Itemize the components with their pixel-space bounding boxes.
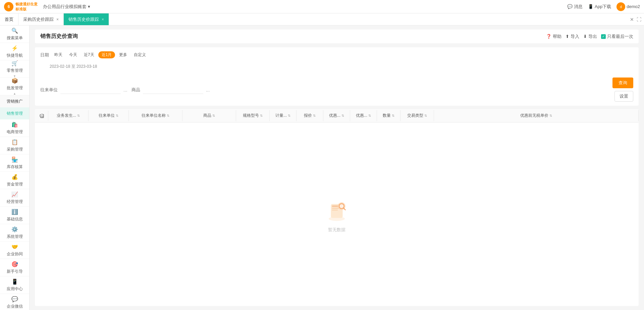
date-btn-custom[interactable]: 自定义 — [131, 51, 149, 58]
sidebar-item-inventory[interactable]: 🏪 库存核算 — [0, 154, 29, 172]
sidebar: 🔍 搜索菜单 ⚡ 快捷导航 🛒 零售管理 ▾ 📦 批发管理 ▴ 营销推广 销售管… — [0, 25, 30, 310]
sidebar-label-enterprise-collab: 企业协同 — [7, 251, 23, 257]
only-last-checkbox[interactable]: ✓ — [601, 34, 606, 39]
sidebar-label-retail: 零售管理 — [7, 68, 23, 73]
only-last-label: 只看最后一次 — [607, 34, 633, 40]
empty-text: 暂无数据 — [328, 227, 345, 233]
product-input[interactable] — [143, 86, 203, 94]
avatar: d — [616, 2, 625, 11]
tab-close-sales[interactable]: × — [102, 17, 104, 22]
sidebar-label-operations: 经营管理 — [7, 199, 23, 205]
date-btn-yesterday[interactable]: 昨天 — [52, 51, 65, 58]
empty-illustration — [323, 196, 350, 223]
date-btn-1month[interactable]: 近1月 — [98, 51, 115, 58]
app-center-icon: 📱 — [11, 278, 18, 285]
table-container: 业务发生... ⇅ 往来单位 ⇅ 往来单位名称 ⇅ 商品 ⇅ — [35, 109, 639, 306]
th-product[interactable]: 商品 ⇅ — [182, 110, 236, 121]
app-selector[interactable]: 办公用品行业模拟账套 ▾ — [40, 2, 93, 11]
partner-filter-group: 往来单位 ... — [40, 86, 127, 94]
sidebar-item-operations[interactable]: 📈 经营管理 — [0, 189, 29, 207]
sidebar-item-system[interactable]: ⚙️ 系统管理 — [0, 224, 29, 242]
sidebar-item-guide[interactable]: 🎯 新手引导 — [0, 259, 29, 276]
sidebar-item-search[interactable]: 🔍 搜索菜单 — [0, 25, 29, 43]
import-button[interactable]: ⬆ 导入 — [566, 34, 579, 40]
date-btn-more[interactable]: 更多 — [116, 51, 130, 58]
query-button[interactable]: 查询 — [612, 78, 633, 88]
settings-gear-icon — [39, 113, 44, 118]
user-avatar-area[interactable]: d demo2 — [616, 2, 640, 11]
ecommerce-icon: 🛍️ — [11, 121, 18, 128]
sidebar-item-ecommerce[interactable]: 🛍️ 电商管理 — [0, 119, 29, 137]
tab-purchase-history[interactable]: 采购历史价跟踪 × — [18, 13, 64, 25]
wholesale-icon: 📦 — [11, 78, 18, 84]
th-discount1[interactable]: 优惠... ⇅ — [323, 110, 350, 121]
sort-icon-date: ⇅ — [77, 114, 80, 117]
sidebar-item-retail[interactable]: 🛒 零售管理 ▾ — [0, 60, 29, 78]
partner-dots[interactable]: ... — [123, 87, 127, 93]
th-price-label: 报价 — [304, 113, 312, 118]
sales-history-tab-label: 销售历史价跟踪 — [68, 16, 99, 22]
tab-close-purchase[interactable]: × — [56, 17, 59, 22]
th-partner-id[interactable]: 往来单位 ⇅ — [89, 110, 129, 121]
th-date[interactable]: 业务发生... ⇅ — [48, 110, 89, 121]
th-spec[interactable]: 规格型号 ⇅ — [236, 110, 270, 121]
sidebar-item-app-center[interactable]: 📱 应用中心 — [0, 276, 29, 294]
sidebar-label-enterprise-wechat: 企业微信 — [7, 304, 23, 309]
sort-icon-notax-price: ⇅ — [549, 114, 552, 117]
sidebar-item-shortcut[interactable]: ⚡ 快捷导航 — [0, 43, 29, 60]
tab-home[interactable]: 首页 — [0, 13, 18, 25]
th-price[interactable]: 报价 ⇅ — [297, 110, 323, 121]
th-qty[interactable]: 数量 ⇅ — [377, 110, 400, 121]
import-icon: ⬆ — [566, 34, 569, 39]
th-notax-price[interactable]: 优惠前无税单价 ⇅ — [434, 110, 639, 121]
sort-icon-discount1: ⇅ — [341, 114, 344, 117]
sidebar-item-wholesale[interactable]: 📦 批发管理 ▴ — [0, 78, 29, 95]
partner-input[interactable] — [60, 86, 121, 94]
sidebar-item-purchase[interactable]: 📋 采购管理 — [0, 137, 29, 154]
sidebar-item-sales-mgmt[interactable]: 销售管理 — [0, 107, 29, 119]
sidebar-item-basic-info[interactable]: ℹ️ 基础信息 — [0, 207, 29, 224]
th-unit[interactable]: 计量... ⇅ — [270, 110, 297, 121]
date-btn-7days[interactable]: 近7天 — [81, 51, 97, 58]
maximize-button[interactable]: ⛶ — [637, 17, 641, 22]
sidebar-item-marketing[interactable]: 营销推广 — [0, 95, 29, 107]
th-settings[interactable] — [35, 111, 48, 121]
product-filter-group: 商品 ... — [131, 86, 210, 94]
empty-state: 暂无数据 — [35, 122, 639, 306]
sidebar-item-enterprise-collab[interactable]: 🤝 企业协同 — [0, 242, 29, 259]
retail-icon: 🛒 — [11, 60, 18, 66]
th-trade-type[interactable]: 交易类型 ⇅ — [400, 110, 434, 121]
date-btn-today[interactable]: 今天 — [66, 51, 80, 58]
sidebar-label-guide: 新手引导 — [7, 269, 23, 274]
export-icon: ⬇ — [583, 34, 587, 39]
product-dots[interactable]: ... — [206, 87, 210, 93]
shortcut-icon: ⚡ — [11, 45, 18, 51]
th-discount1-label: 优惠... — [329, 113, 340, 118]
only-last-checkbox-group[interactable]: ✓ 只看最后一次 — [601, 34, 633, 40]
th-spec-label: 规格型号 — [243, 113, 259, 118]
th-date-label: 业务发生... — [57, 113, 76, 118]
inventory-icon: 🏪 — [11, 156, 18, 163]
th-partner-name[interactable]: 往来单位名称 ⇅ — [129, 110, 182, 121]
message-button[interactable]: 💬 消息 — [567, 4, 583, 10]
sidebar-label-sales-mgmt: 销售管理 — [7, 111, 23, 116]
download-icon: 📱 — [588, 4, 593, 9]
logo-icon: 6 — [4, 2, 13, 11]
export-button[interactable]: ⬇ 导出 — [583, 34, 597, 40]
tab-sales-history[interactable]: 销售历史价跟踪 × — [64, 13, 109, 25]
app-download-button[interactable]: 📱 App下载 — [588, 4, 611, 10]
sidebar-label-shortcut: 快捷导航 — [7, 53, 23, 58]
th-partner-name-label: 往来单位名称 — [142, 113, 166, 118]
sidebar-item-finance[interactable]: 💰 资金管理 — [0, 172, 29, 189]
date-range-display: 2023-02-18 至 2023-03-18 — [50, 64, 97, 69]
close-all-tabs-button[interactable]: ✕ — [630, 17, 634, 22]
help-button[interactable]: ❓ 帮助 — [546, 34, 561, 40]
system-icon: ⚙️ — [11, 226, 18, 232]
product-label: 商品 — [131, 87, 140, 93]
settings-button[interactable]: 设置 — [614, 91, 633, 102]
sidebar-item-enterprise-wechat[interactable]: 💬 企业微信 — [0, 294, 29, 310]
page-content: 销售历史价查询 ❓ 帮助 ⬆ 导入 ⬇ 导出 ✓ — [30, 25, 644, 310]
sort-icon-discount2: ⇅ — [368, 114, 371, 117]
th-discount2[interactable]: 优惠... ⇅ — [350, 110, 377, 121]
th-trade-type-label: 交易类型 — [407, 113, 423, 118]
